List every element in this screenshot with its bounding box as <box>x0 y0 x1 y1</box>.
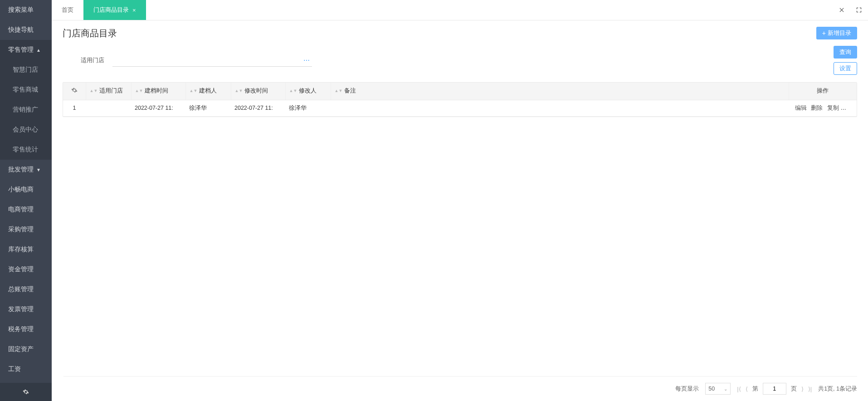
sidebar-item-retail-mgmt[interactable]: 零售管理▲ <box>0 40 52 60</box>
sidebar-item-salary[interactable]: 工资 <box>0 359 52 379</box>
cell-modify-time: 2022-07-27 11: <box>231 100 285 116</box>
settings-button[interactable]: 设置 <box>834 62 857 75</box>
sidebar-item-search-menu[interactable]: 搜索菜单 <box>0 0 52 20</box>
divider <box>63 376 857 377</box>
prev-page-button[interactable]: ⟨ <box>746 386 748 392</box>
tabs-bar: 首页 门店商品目录 × <box>52 0 868 20</box>
th-create-time[interactable]: ▲▼建档时间 <box>131 83 185 100</box>
filter-row: 适用门店 ⋯ 查询 设置 <box>52 44 868 82</box>
sidebar-item-retail-stats[interactable]: 零售统计 <box>0 140 52 160</box>
cell-creator: 徐泽华 <box>185 100 231 116</box>
add-catalog-button[interactable]: + 新增目录 <box>816 27 857 39</box>
table-settings-header[interactable] <box>63 83 86 100</box>
plus-icon: + <box>822 30 826 36</box>
first-page-button[interactable]: |⟨ <box>737 386 741 392</box>
sort-icon: ▲▼ <box>289 90 297 92</box>
table-row[interactable]: 1 2022-07-27 11: 徐泽华 2022-07-27 11: 徐泽华 … <box>63 100 857 116</box>
sidebar-item-wholesale-mgmt[interactable]: 批发管理▼ <box>0 160 52 180</box>
sort-icon: ▲▼ <box>135 90 143 92</box>
sidebar-settings-button[interactable] <box>0 383 52 401</box>
pager-summary: 共1页, 1条记录 <box>818 385 857 393</box>
cell-index: 1 <box>63 100 86 116</box>
sort-icon: ▲▼ <box>335 90 343 92</box>
gear-icon <box>23 389 29 395</box>
close-icon[interactable]: × <box>132 7 136 14</box>
sort-icon: ▲▼ <box>190 90 198 92</box>
fullscreen-icon <box>856 7 862 13</box>
next-page-button[interactable]: ⟩ <box>801 386 804 392</box>
th-store[interactable]: ▲▼适用门店 <box>86 83 131 100</box>
page-header: 门店商品目录 + 新增目录 <box>52 20 868 44</box>
sidebar-item-invoice-mgmt[interactable]: 发票管理 <box>0 299 52 319</box>
sidebar-item-ec-mgmt[interactable]: 电商管理 <box>0 200 52 220</box>
sidebar-item-smart-store[interactable]: 智慧门店 <box>0 60 52 80</box>
caret-up-icon: ▲ <box>36 48 41 53</box>
op-view[interactable]: 查看 <box>843 105 855 111</box>
sidebar-item-quick-nav[interactable]: 快捷导航 <box>0 20 52 40</box>
cell-store <box>86 100 131 116</box>
sidebar-item-marketing[interactable]: 营销推广 <box>0 100 52 120</box>
last-page-button[interactable]: ⟩| <box>808 386 812 392</box>
page-input[interactable] <box>763 383 786 395</box>
sidebar-item-inventory[interactable]: 库存核算 <box>0 240 52 259</box>
caret-down-icon: ▼ <box>36 167 41 172</box>
sidebar: 搜索菜单 快捷导航 零售管理▲ 智慧门店 零售商城 营销推广 会员中心 零售统计… <box>0 0 52 401</box>
th-remark[interactable]: ▲▼备注 <box>331 83 789 100</box>
cell-remark <box>331 100 789 116</box>
filter-store-input[interactable] <box>112 57 302 64</box>
per-page-label: 每页显示 <box>675 385 699 393</box>
sidebar-item-fixed-assets[interactable]: 固定资产 <box>0 339 52 359</box>
sidebar-item-tax-mgmt[interactable]: 税务管理 <box>0 319 52 339</box>
op-edit[interactable]: 编辑 <box>795 105 807 111</box>
page-suffix: 页 <box>791 385 797 393</box>
th-ops: 操作 <box>789 83 857 100</box>
sidebar-item-purchase-mgmt[interactable]: 采购管理 <box>0 220 52 240</box>
cell-modifier: 徐泽华 <box>285 100 331 116</box>
cell-ops: 编辑 删除 复制 查看 <box>789 100 857 116</box>
pagination: 每页显示 50 ⌄ |⟨ ⟨ 第 页 ⟩ ⟩| 共1页, 1条记录 <box>675 383 857 395</box>
data-table: ▲▼适用门店 ▲▼建档时间 ▲▼建档人 ▲▼修改时间 ▲▼修改人 ▲▼备注 操作… <box>63 82 857 117</box>
sort-icon: ▲▼ <box>235 90 243 92</box>
close-all-button[interactable] <box>835 4 848 16</box>
page-size-select[interactable]: 50 ⌄ <box>705 383 731 395</box>
ellipsis-icon[interactable]: ⋯ <box>302 57 312 64</box>
fullscreen-button[interactable] <box>853 4 865 16</box>
op-copy[interactable]: 复制 <box>827 105 839 111</box>
page-prefix: 第 <box>752 385 758 393</box>
cell-create-time: 2022-07-27 11: <box>131 100 185 116</box>
x-icon <box>839 7 845 13</box>
tab-store-product-catalog[interactable]: 门店商品目录 × <box>83 0 146 20</box>
filter-store-input-wrap: ⋯ <box>112 54 312 67</box>
op-delete[interactable]: 删除 <box>811 105 823 111</box>
main-area: 首页 门店商品目录 × 门店商品目录 + 新增目录 <box>52 0 868 401</box>
sort-icon: ▲▼ <box>90 90 98 92</box>
page-title: 门店商品目录 <box>63 27 117 39</box>
chevron-down-icon: ⌄ <box>724 386 727 391</box>
th-modifier[interactable]: ▲▼修改人 <box>285 83 331 100</box>
query-button[interactable]: 查询 <box>834 46 857 59</box>
sidebar-item-xiaochang-ec[interactable]: 小畅电商 <box>0 180 52 200</box>
sidebar-item-finance-mgmt[interactable]: 资金管理 <box>0 259 52 279</box>
gear-icon <box>71 87 78 93</box>
th-modify-time[interactable]: ▲▼修改时间 <box>231 83 285 100</box>
th-creator[interactable]: ▲▼建档人 <box>185 83 231 100</box>
sidebar-item-ledger-mgmt[interactable]: 总账管理 <box>0 279 52 299</box>
sidebar-item-retail-mall[interactable]: 零售商城 <box>0 80 52 100</box>
tab-home[interactable]: 首页 <box>52 0 83 20</box>
sidebar-item-member-center[interactable]: 会员中心 <box>0 120 52 140</box>
filter-store-label: 适用门店 <box>81 56 104 64</box>
